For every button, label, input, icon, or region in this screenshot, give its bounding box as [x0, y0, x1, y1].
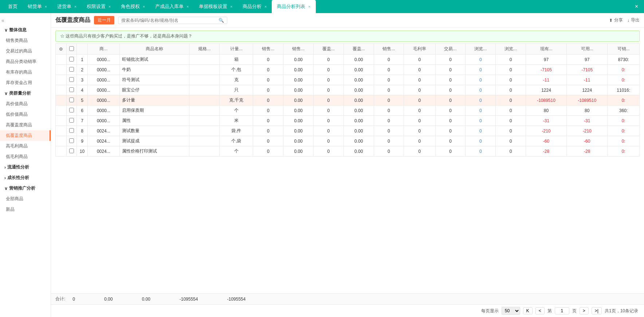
search-icon[interactable]: 🔍	[219, 18, 224, 23]
cell-browse1[interactable]: 0	[466, 106, 496, 116]
next-page-button[interactable]: >	[580, 307, 589, 314]
row-checkbox[interactable]	[69, 57, 74, 62]
cell-checkbox[interactable]	[67, 136, 77, 146]
row-checkbox[interactable]	[69, 118, 74, 123]
cell-browse1[interactable]: 0	[466, 126, 496, 136]
export-button[interactable]: ↓ 导出	[627, 17, 640, 23]
sidebar-item-traded-goods[interactable]: 交易过的商品	[0, 46, 51, 56]
col-coverage1[interactable]: 覆盖...	[313, 44, 343, 55]
row-checkbox[interactable]	[69, 128, 74, 133]
nav-tab-purchase[interactable]: 进货单 ×	[52, 0, 82, 13]
sidebar-item-high-profit[interactable]: 高毛利商品	[0, 141, 51, 151]
col-code[interactable]: 商...	[88, 44, 120, 55]
sidebar-item-new-goods[interactable]: 新品	[0, 204, 51, 215]
sidebar-item-low-coverage[interactable]: 低覆盖度商品	[0, 130, 51, 141]
col-sales-amt[interactable]: 销售...	[283, 44, 314, 55]
col-browse2[interactable]: 浏览...	[496, 44, 526, 55]
close-product-entry-tab[interactable]: ×	[186, 4, 189, 9]
sidebar-item-stock-capital[interactable]: 库存资金占用	[0, 78, 51, 88]
col-unit[interactable]: 计量...	[220, 44, 253, 55]
nav-tab-analysis[interactable]: 商品分析 ×	[237, 0, 272, 13]
sidebar-item-in-stock-goods[interactable]: 有库存的商品	[0, 67, 51, 78]
cell-browse1[interactable]: 0	[466, 136, 496, 146]
cell-browse1[interactable]: 0	[466, 116, 496, 126]
cell-checkbox[interactable]	[67, 65, 77, 75]
col-available-stock[interactable]: 可用...	[567, 44, 608, 55]
close-permissions-tab[interactable]: ×	[109, 4, 111, 9]
close-analysis-list-tab[interactable]: ×	[308, 4, 310, 9]
cell-checkbox[interactable]	[67, 126, 77, 136]
table-row: 7 0000... 属性 米 0 0.00 0 0.00 0 0 0 0 0 -…	[56, 116, 640, 126]
row-checkbox[interactable]	[69, 148, 74, 153]
cell-checkbox[interactable]	[67, 95, 77, 106]
col-current-stock[interactable]: 现有...	[526, 44, 566, 55]
close-sales-tab[interactable]: ×	[45, 4, 47, 9]
col-name[interactable]: 商品名称	[119, 44, 189, 55]
share-button[interactable]: ⬆ 分享	[609, 17, 623, 23]
row-checkbox[interactable]	[69, 98, 74, 102]
sidebar-group-overall[interactable]: ∨ 整体信息	[0, 25, 51, 35]
row-checkbox[interactable]	[69, 138, 74, 143]
row-checkbox[interactable]	[69, 67, 74, 72]
cell-checkbox[interactable]	[67, 106, 77, 116]
col-checkbox[interactable]	[67, 44, 77, 55]
cell-checkbox[interactable]	[67, 75, 77, 85]
close-window-button[interactable]: ×	[632, 3, 641, 10]
select-all-checkbox[interactable]	[69, 46, 74, 51]
col-sellable[interactable]: 可销...	[608, 44, 640, 55]
cell-browse1[interactable]: 0	[466, 55, 496, 65]
cell-browse1[interactable]: 0	[466, 146, 496, 156]
close-role-auth-tab[interactable]: ×	[143, 4, 145, 9]
col-spec[interactable]: 规格...	[189, 44, 220, 55]
cell-browse1[interactable]: 0	[466, 85, 496, 95]
sidebar-item-high-value[interactable]: 高价值商品	[0, 99, 51, 109]
nav-tab-analysis-list[interactable]: 商品分析列表 ×	[272, 0, 315, 13]
nav-tab-role-auth[interactable]: 角色授权 ×	[116, 0, 150, 13]
close-purchase-tab[interactable]: ×	[74, 4, 76, 9]
row-checkbox[interactable]	[69, 77, 74, 82]
cell-checkbox[interactable]	[67, 55, 77, 65]
sidebar-group-flow-analysis[interactable]: › 流通性分析	[0, 162, 51, 173]
cell-browse1[interactable]: 0	[466, 65, 496, 75]
sidebar-group-growth-analysis[interactable]: › 成长性分析	[0, 173, 51, 183]
sidebar-item-goods-category-rate[interactable]: 商品分类动销率	[0, 56, 51, 67]
cell-checkbox[interactable]	[67, 116, 77, 126]
row-checkbox[interactable]	[69, 108, 74, 112]
col-gross-rate[interactable]: 毛利率	[404, 44, 435, 55]
page-number-input[interactable]	[555, 307, 569, 314]
col-sales-days[interactable]: 销售...	[374, 44, 404, 55]
col-browse1[interactable]: 浏览...	[466, 44, 496, 55]
nav-tab-home[interactable]: 首页	[3, 0, 23, 13]
cell-browse1[interactable]: 0	[466, 75, 496, 85]
close-analysis-tab[interactable]: ×	[264, 4, 267, 9]
cell-checkbox[interactable]	[67, 146, 77, 156]
cell-checkbox[interactable]	[67, 85, 77, 95]
last-page-button[interactable]: >|	[592, 307, 602, 314]
nav-tab-template[interactable]: 单据模板设置 ×	[194, 0, 237, 13]
table-wrapper[interactable]: ⚙ 商... 商品名称 规格... 计量... 销售... 销售... 覆盖..…	[51, 43, 644, 293]
sidebar-item-sales-goods[interactable]: 销售类商品	[0, 35, 51, 46]
sidebar-item-all-goods[interactable]: 全部商品	[0, 194, 51, 204]
cell-browse1[interactable]: 0	[466, 95, 496, 106]
row-checkbox[interactable]	[69, 87, 74, 92]
search-input[interactable]	[121, 18, 219, 23]
sidebar-group-marketing-analysis[interactable]: ∨ 营销推广分析	[0, 183, 51, 194]
sidebar-item-high-coverage[interactable]: 高覆盖度商品	[0, 120, 51, 130]
close-template-tab[interactable]: ×	[230, 4, 232, 9]
nav-tab-permissions[interactable]: 权限设置 ×	[82, 0, 116, 13]
sidebar-item-low-value[interactable]: 低价值商品	[0, 109, 51, 120]
first-page-button[interactable]: K	[523, 307, 533, 314]
page-size-select[interactable]: 50 100 200	[502, 307, 520, 315]
sidebar-collapse-button[interactable]: «	[1, 17, 4, 23]
col-coverage2[interactable]: 覆盖...	[343, 44, 374, 55]
search-box: 🔍	[118, 17, 227, 24]
sidebar-group-category-analysis[interactable]: ∨ 类群量分析	[0, 88, 51, 99]
time-filter-button[interactable]: 近一月	[94, 16, 114, 24]
col-sales-qty[interactable]: 销售...	[253, 44, 283, 55]
nav-tab-sales[interactable]: 销货单 ×	[23, 0, 52, 13]
sidebar-item-low-profit[interactable]: 低毛利商品	[0, 151, 51, 162]
prev-page-button[interactable]: <	[535, 307, 545, 314]
col-trade-count[interactable]: 交易...	[435, 44, 466, 55]
col-settings[interactable]: ⚙	[56, 44, 67, 55]
nav-tab-product-entry[interactable]: 产成品入库单 ×	[150, 0, 194, 13]
